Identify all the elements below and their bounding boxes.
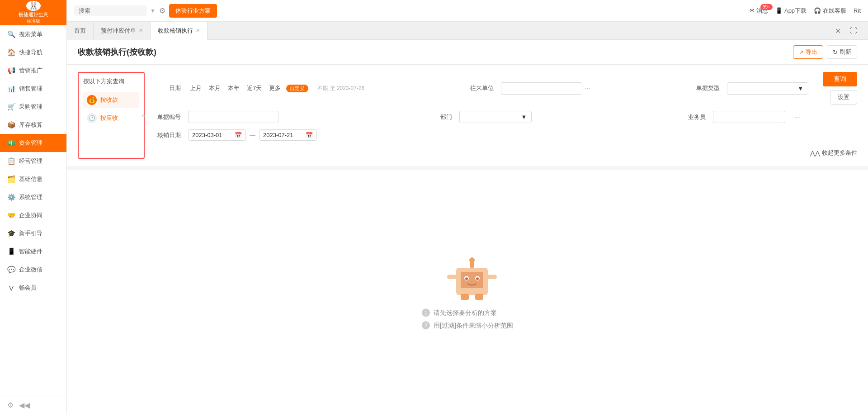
sidebar-item-label: 营销推广 <box>19 67 42 75</box>
date-last-7days[interactable]: 近7天 <box>245 83 264 93</box>
staff-dots-icon[interactable]: ··· <box>794 113 800 121</box>
sidebar-item-inventory[interactable]: 📦 库存核算 <box>0 116 66 134</box>
page-actions: ↗ 导出 ↻ 刷新 <box>793 45 857 64</box>
topbar-search-input[interactable] <box>74 5 146 16</box>
marketing-icon: 📢 <box>7 67 15 75</box>
filter-option-by-receipt[interactable]: 💰 按收款 <box>83 92 139 108</box>
topbar-messages[interactable]: ✉ 消息 99+ <box>750 7 768 15</box>
date-last-month[interactable]: 上月 <box>188 83 203 93</box>
topbar-online-service[interactable]: 🎧 在线客服 <box>814 7 846 15</box>
tab-home[interactable]: 首页 <box>67 22 94 40</box>
sidebar-item-wechat[interactable]: 💬 企业微信 <box>0 261 66 279</box>
filter-row-docno: 单据编号 部门 ▼ 业务员 ··· <box>156 111 857 123</box>
partner-dots-icon[interactable]: ··· <box>584 84 590 92</box>
collapse-more-button[interactable]: ⋀⋀ 收起更多条件 <box>810 149 857 157</box>
writeoff-date-input-group: 📅 — 📅 <box>188 129 317 141</box>
date-custom-badge[interactable]: 自定义 <box>286 85 308 92</box>
collapse-left-panel-btn[interactable]: « <box>142 112 146 119</box>
guide-icon: 🎓 <box>7 229 15 238</box>
tab-prepay[interactable]: 预付冲应付单 ✕ <box>94 22 151 40</box>
collapse-more-label: 收起更多条件 <box>822 149 857 157</box>
sidebar-item-member[interactable]: V 畅会员 <box>0 279 66 297</box>
basic-icon: 🗂️ <box>7 175 15 183</box>
refresh-button[interactable]: ↻ 刷新 <box>827 45 857 59</box>
sidebar-item-basic[interactable]: 🗂️ 基础信息 <box>0 170 66 188</box>
date-this-month[interactable]: 本月 <box>207 83 222 93</box>
staff-input[interactable] <box>713 111 785 123</box>
sidebar-item-marketing[interactable]: 📢 营销推广 <box>0 62 66 80</box>
purchase-icon: 🛒 <box>7 103 15 111</box>
empty-illustration <box>445 252 490 297</box>
logo-sub: 标准版 <box>27 18 40 24</box>
topbar-dropdown-icon[interactable]: ▼ <box>150 8 156 14</box>
sidebar-item-funds[interactable]: 💵 资金管理 <box>0 134 66 152</box>
sidebar-item-guide[interactable]: 🎓 新手引导 <box>0 224 66 243</box>
sidebar-footer: ⚙ ◀◀ <box>0 396 66 414</box>
collapse-sidebar-icon[interactable]: ◀◀ <box>19 401 30 409</box>
expand-tabs-icon[interactable]: ⛶ <box>850 27 857 35</box>
tab-receipt-writeoff[interactable]: 收款核销执行 ✕ <box>151 22 208 40</box>
doc-type-dropdown-icon: ▼ <box>797 85 803 92</box>
svg-rect-11 <box>475 294 483 300</box>
sidebar-item-label: 智能硬件 <box>19 247 42 256</box>
sidebar-item-purchase[interactable]: 🛒 采购管理 <box>0 98 66 116</box>
settings-footer-icon[interactable]: ⚙ <box>7 401 14 409</box>
settings-button[interactable]: 设置 <box>830 90 857 105</box>
member-icon: V <box>7 284 15 292</box>
topbar-gear-icon[interactable]: ⚙ <box>159 6 165 15</box>
filter-option-by-receivable[interactable]: 🕐 按应收 <box>83 110 139 126</box>
writeoff-date-start-input[interactable] <box>192 132 233 138</box>
filter-scheme-panel: 按以下方案查询 💰 按收款 🕐 按应收 <box>78 72 145 159</box>
sidebar-item-system[interactable]: ⚙️ 系统管理 <box>0 188 66 206</box>
filter-row-writeoff-date: 核销日期 📅 — 📅 <box>156 129 857 141</box>
sidebar-item-sales[interactable]: 📊 销售管理 <box>0 80 66 98</box>
sidebar-item-label: 系统管理 <box>19 193 42 201</box>
topbar-right: ✉ 消息 99+ 📱 App下载 🎧 在线客服 Rit <box>750 7 861 15</box>
dept-select[interactable]: ▼ <box>459 111 532 123</box>
close-all-tabs-icon[interactable]: ✕ <box>835 26 841 35</box>
industry-btn[interactable]: 体验行业方案 <box>169 4 217 18</box>
sidebar-item-search[interactable]: 🔍 搜索菜单 <box>0 25 66 43</box>
export-button[interactable]: ↗ 导出 <box>793 45 823 59</box>
date-this-year[interactable]: 本年 <box>226 83 241 93</box>
query-button[interactable]: 查询 <box>823 72 857 86</box>
doc-type-select[interactable]: ▼ <box>727 82 808 95</box>
date-end-calendar-icon[interactable]: 📅 <box>306 132 313 138</box>
sidebar: 🐰 畅捷通好生意 标准版 🔍 搜索菜单 🏠 快捷导航 📢 营销推广 📊 销售管理… <box>0 0 67 414</box>
sidebar-item-label: 搜索菜单 <box>19 30 42 38</box>
collapse-more-row: ⋀⋀ 收起更多条件 <box>156 147 857 159</box>
app-logo: 🐰 畅捷通好生意 标准版 <box>0 0 66 25</box>
export-icon: ↗ <box>799 49 804 56</box>
tab-prepay-close[interactable]: ✕ <box>139 28 143 33</box>
sidebar-item-enterprise[interactable]: 🤝 企业协同 <box>0 206 66 224</box>
staff-label: 业务员 <box>680 113 706 121</box>
filter-row-date: 日期 上月 本月 本年 近7天 更多 自定义 不限 至 2023-07-26 往… <box>156 72 857 105</box>
sidebar-item-quicknav[interactable]: 🏠 快捷导航 <box>0 43 66 62</box>
date-more[interactable]: 更多 <box>267 83 283 93</box>
docno-input[interactable] <box>188 111 278 123</box>
writeoff-date-end-input[interactable] <box>263 132 304 138</box>
filter-right: 日期 上月 本月 本年 近7天 更多 自定义 不限 至 2023-07-26 往… <box>156 72 857 159</box>
sidebar-item-label: 基础信息 <box>19 175 42 183</box>
svg-rect-8 <box>447 275 457 279</box>
logo-icon: 🐰 <box>26 1 41 11</box>
writeoff-date-label: 核销日期 <box>156 131 181 139</box>
topbar-app-download[interactable]: 📱 App下载 <box>775 7 807 15</box>
enterprise-icon: 🤝 <box>7 211 15 219</box>
sidebar-item-label: 快捷导航 <box>19 48 42 57</box>
partner-input[interactable] <box>501 82 582 95</box>
sidebar-item-label: 企业微信 <box>19 266 42 274</box>
writeoff-date-end-wrap: 📅 <box>259 129 317 141</box>
svg-rect-10 <box>461 294 469 300</box>
sidebar-item-operations[interactable]: 📋 经营管理 <box>0 152 66 170</box>
tab-receipt-writeoff-close[interactable]: ✕ <box>196 28 200 33</box>
date-start-calendar-icon[interactable]: 📅 <box>235 132 242 138</box>
sidebar-item-label: 销售管理 <box>19 85 42 93</box>
dept-label: 部门 <box>427 113 452 121</box>
section-divider <box>67 166 868 170</box>
filter-panel-title: 按以下方案查询 <box>83 77 139 87</box>
filter-area: 按以下方案查询 💰 按收款 🕐 按应收 « 日期 上月 本 <box>67 65 868 166</box>
topbar-username[interactable]: Rit <box>854 7 861 14</box>
system-icon: ⚙️ <box>7 193 15 201</box>
sidebar-item-hardware[interactable]: 📱 智能硬件 <box>0 243 66 261</box>
